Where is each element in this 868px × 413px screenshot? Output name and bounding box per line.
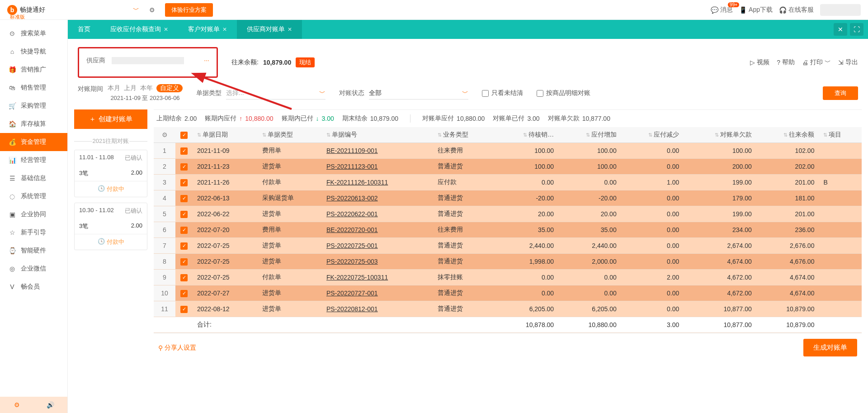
messages-link[interactable]: 💬 消息 (711, 6, 733, 14)
query-button[interactable]: 查询 (823, 86, 858, 100)
help-link[interactable]: ?帮助 (777, 58, 795, 66)
sidebar-item[interactable]: V畅会员 (0, 278, 67, 296)
app-download-link[interactable]: 📱 App下载 (739, 6, 773, 14)
sidebar-item[interactable]: ⊙搜索菜单 (0, 24, 67, 43)
chevron-down-icon: ﹀ (319, 89, 326, 97)
doc-link[interactable]: PS-20220613-002 (326, 195, 378, 202)
sidebar-item[interactable]: ◌系统管理 (0, 187, 67, 205)
table-row[interactable]: 5 ✓ 2022-06-22 进货单 PS-20220622-001 普通进货 … (154, 206, 862, 222)
export-link[interactable]: ⇲导出 (838, 58, 858, 66)
supplier-label: 供应商 (86, 57, 105, 64)
sidebar-item-label: 搜索菜单 (21, 29, 46, 38)
user-avatar[interactable] (820, 4, 861, 16)
doc-link[interactable]: PS-20220812-001 (326, 305, 378, 313)
help-icon: ? (777, 59, 780, 66)
sidebar-icon: ☰ (8, 175, 16, 182)
row-checkbox[interactable]: ✓ (175, 175, 193, 190)
sidebar-item[interactable]: 🏠库存核算 (0, 115, 67, 133)
row-checkbox[interactable]: ✓ (175, 270, 193, 285)
history-card[interactable]: 10.30 - 11.02已确认 3笔2.00 🕓付款中 (74, 203, 147, 250)
select-all-checkbox[interactable]: ✓ (175, 127, 193, 143)
tab[interactable]: 应收应付余额查询✕ (100, 20, 178, 39)
period-last-month[interactable]: 上月 (124, 84, 137, 92)
experience-button[interactable]: 体验行业方案 (165, 3, 213, 17)
online-support-link[interactable]: 🎧 在线客服 (779, 6, 814, 14)
create-recon-button[interactable]: ＋ 创建对账单 (74, 109, 147, 129)
sidebar-icon: ⌂ (8, 48, 16, 55)
row-checkbox[interactable]: ✓ (175, 143, 193, 159)
supplier-value[interactable] (112, 57, 184, 64)
sidebar-item[interactable]: 📊经营管理 (0, 151, 67, 169)
tab-close-all-button[interactable]: ✕ (834, 23, 847, 36)
period-this-year[interactable]: 本年 (140, 84, 153, 92)
tab-close-icon[interactable]: ✕ (164, 26, 168, 33)
settings-gear-icon[interactable]: ⚙ (149, 6, 155, 14)
tab-fullscreen-button[interactable]: ⛶ (850, 23, 863, 36)
sidebar-item[interactable]: 🛍销售管理 (0, 79, 67, 97)
org-chevron-down-icon[interactable]: ﹀ (133, 6, 139, 14)
row-checkbox[interactable]: ✓ (175, 238, 193, 254)
row-checkbox[interactable]: ✓ (175, 190, 193, 206)
tab[interactable]: 客户对账单✕ (178, 20, 237, 39)
sidebar-item-label: 采购管理 (21, 102, 46, 110)
table-row[interactable]: 8 ✓ 2022-07-25 进货单 PS-20220725-003 普通进货 … (154, 254, 862, 270)
generate-recon-button[interactable]: 生成对账单 (803, 339, 857, 356)
doc-link[interactable]: PS-20220622-001 (326, 210, 378, 218)
col-biz: ⇅业务类型 (433, 127, 496, 143)
doc-link[interactable]: FK-20211126-100311 (326, 179, 388, 186)
sidebar-foot-settings-icon[interactable]: ⚙ (0, 401, 34, 408)
sidebar-item[interactable]: 🎁营销推广 (0, 61, 67, 79)
sidebar-item[interactable]: ☰基础信息 (0, 169, 67, 187)
row-checkbox[interactable]: ✓ (175, 301, 193, 317)
supplier-more-icon[interactable]: ··· (204, 57, 209, 64)
row-checkbox[interactable]: ✓ (175, 222, 193, 238)
print-link[interactable]: 🖨打印 ﹀ (802, 58, 831, 66)
period-custom[interactable]: 自定义 (156, 84, 183, 92)
table-row[interactable]: 7 ✓ 2022-07-25 进货单 PS-20220725-001 普通进货 … (154, 238, 862, 254)
row-checkbox[interactable]: ✓ (175, 159, 193, 175)
doc-link[interactable]: PS-20220725-003 (326, 258, 378, 265)
sidebar-item[interactable]: 💰资金管理 (0, 133, 67, 151)
checkbox-detail[interactable]: 按商品明细对账 (537, 89, 590, 97)
doc-link[interactable]: BE-20220720-001 (326, 226, 378, 233)
share-settings-link[interactable]: ⚲ 分享人设置 (158, 344, 196, 352)
table-settings-icon[interactable]: ⚙ (154, 127, 175, 143)
period-this-month[interactable]: 本月 (108, 84, 120, 92)
sidebar-item[interactable]: ▣企业协同 (0, 205, 67, 223)
doc-link[interactable]: BE-20211109-001 (326, 147, 378, 154)
table-row[interactable]: 1 ✓ 2021-11-09 费用单 BE-20211109-001 往来费用 … (154, 143, 862, 159)
sidebar-item[interactable]: ⌂快捷导航 (0, 43, 67, 61)
doc-link[interactable]: PS-20211123-001 (326, 163, 378, 170)
table-row[interactable]: 9 ✓ 2022-07-25 付款单 FK-20220725-100311 抹零… (154, 270, 862, 285)
table-row[interactable]: 6 ✓ 2022-07-20 费用单 BE-20220720-001 往来费用 … (154, 222, 862, 238)
status-select[interactable]: 全部 ﹀ (369, 87, 468, 100)
table-row[interactable]: 2 ✓ 2021-11-23 进货单 PS-20211123-001 普通进货 … (154, 159, 862, 175)
sidebar-item[interactable]: ☆新手引导 (0, 223, 67, 242)
doc-link[interactable]: PS-20220725-001 (326, 242, 378, 249)
doc-link[interactable]: PS-20220727-001 (326, 290, 378, 297)
tab-close-icon[interactable]: ✕ (288, 26, 292, 33)
table-row[interactable]: 4 ✓ 2022-06-13 采购退货单 PS-20220613-002 普通进… (154, 190, 862, 206)
sidebar-item[interactable]: 🛒采购管理 (0, 97, 67, 115)
row-checkbox[interactable]: ✓ (175, 254, 193, 270)
history-card[interactable]: 11.01 - 11.08已确认 3笔2.00 🕓付款中 (74, 150, 147, 197)
balance-value: 10,879.00 (263, 59, 291, 66)
sidebar-foot-sound-icon[interactable]: 🔊 (34, 401, 68, 408)
sidebar-item[interactable]: ◎企业微信 (0, 260, 67, 278)
tab[interactable]: 首页 (68, 20, 100, 39)
period-range[interactable]: 2021-11-09 至 2023-06-06 (110, 94, 179, 102)
video-link[interactable]: ▷视频 (750, 58, 769, 66)
table-row[interactable]: 11 ✓ 2022-08-12 进货单 PS-20220812-001 普通进货… (154, 301, 862, 317)
table-row[interactable]: 10 ✓ 2022-07-27 进货单 PS-20220727-001 普通进货… (154, 285, 862, 301)
headset-icon: 🎧 (779, 6, 787, 14)
tab-close-icon[interactable]: ✕ (222, 26, 227, 33)
sidebar-item[interactable]: ⌚智能硬件 (0, 242, 67, 260)
doctype-select[interactable]: 选择... ﹀ (226, 87, 326, 100)
doc-link[interactable]: FK-20220725-100311 (326, 274, 388, 281)
row-checkbox[interactable]: ✓ (175, 285, 193, 301)
table-row[interactable]: 3 ✓ 2021-11-26 付款单 FK-20211126-100311 应付… (154, 175, 862, 190)
row-checkbox[interactable]: ✓ (175, 206, 193, 222)
org-name[interactable] (80, 9, 128, 11)
checkbox-unsettled[interactable]: 只看未结清 (482, 89, 523, 97)
tab[interactable]: 供应商对账单✕ (237, 20, 302, 39)
